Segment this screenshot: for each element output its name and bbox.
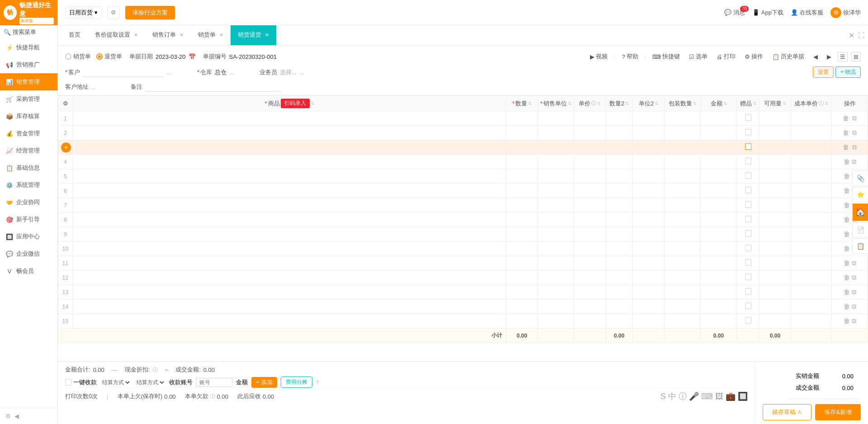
list-view-icon[interactable]: ☰ [838,52,848,62]
pkgqty-cell[interactable] [665,140,701,155]
prev-record-btn[interactable]: ◀ [811,52,821,62]
product-cell-active[interactable] [73,140,506,155]
sidebar-item-guide[interactable]: 🎯 新手引导 [0,211,57,228]
copy-row-btn[interactable]: ⧉ [852,114,857,122]
tab-close-icon[interactable]: ✕ [179,32,184,38]
search-menu[interactable]: 🔍 搜索菜单 [0,25,57,39]
unit2-cell[interactable] [633,140,665,155]
unit-cell[interactable] [538,111,574,126]
sidebar-item-sales[interactable]: 📊 销售管理 [0,73,57,91]
gift-checkbox[interactable] [745,245,751,251]
close-tab-icon[interactable]: ✕ [849,31,854,40]
video-btn[interactable]: ▶ 视频 [587,51,610,62]
qty2-cell[interactable] [606,140,633,155]
copy-row-btn[interactable]: ⧉ [852,129,857,136]
delete-row-btn[interactable]: 🗑 [844,230,850,238]
gift-cell[interactable] [737,111,760,126]
qty-cell[interactable] [506,140,538,155]
sidebar-item-enterprise[interactable]: 🤝 企业协同 [0,194,57,211]
delete-row-btn[interactable]: 🗑 [844,259,850,267]
calendar-icon[interactable]: 📅 [189,53,196,60]
sidebar-item-wechat[interactable]: 💬 企业微信 [0,245,57,262]
amount-cell[interactable] [701,126,737,140]
save-new-button[interactable]: 保存&新增 [815,404,861,420]
customer-dots[interactable]: ... [167,69,172,76]
copy-row-btn[interactable]: ⧉ [852,158,856,165]
delete-row-btn[interactable]: 🗑 [844,187,850,194]
tab-price-setting[interactable]: 售价提取设置 ✕ [88,25,145,45]
qty2-cell[interactable] [606,111,633,126]
copy-row-btn[interactable]: ⧉ [852,259,856,267]
add-row-button[interactable]: + [61,143,71,152]
sidebar-item-finance[interactable]: 💰 资金管理 [0,125,57,142]
float-btn-5[interactable]: 📋 [852,238,868,254]
costprice-cell[interactable] [791,140,832,155]
account-select[interactable]: 结算方式 [135,379,165,386]
gift-checkbox[interactable] [745,201,751,208]
gift-checkbox[interactable] [745,303,751,309]
price-cell[interactable] [574,111,606,126]
delete-row-btn[interactable]: 🗑 [844,274,850,281]
gift-checkbox[interactable] [745,187,751,193]
radio-sales[interactable]: 销货单 [65,52,91,61]
copy-row-btn[interactable]: ⧉ [852,303,856,310]
account-input[interactable] [196,378,232,387]
fee-split-button[interactable]: 费用分摊 [281,376,312,388]
float-btn-2[interactable]: ⭐ [852,187,868,202]
header-settings-btn[interactable]: ⚙ [107,6,120,19]
gift-cell[interactable] [737,126,760,140]
unit-cell[interactable] [538,140,574,155]
settings-button[interactable]: 设置 [813,67,834,78]
sidebar-item-purchase[interactable]: 🛒 采购管理 [0,91,57,108]
tab-close-icon[interactable]: ✕ [265,32,269,38]
sidebar-item-apps[interactable]: 🔲 应用中心 [0,228,57,245]
tab-home[interactable]: 首页 [61,25,88,45]
product-cell[interactable] [73,126,506,140]
costprice-cell[interactable] [791,126,832,140]
remark-input[interactable] [145,82,281,91]
copy-row-btn[interactable]: ⧉ [852,317,856,324]
pkgqty-cell[interactable] [665,111,701,126]
pkgqty-cell[interactable] [665,126,701,140]
delete-row-btn[interactable]: 🗑 [844,172,850,180]
address-dots[interactable]: ... [91,84,96,91]
tab-close-icon[interactable]: ✕ [134,32,138,38]
copy-row-btn[interactable]: ⧉ [852,143,857,151]
select-btn[interactable]: ☑ 选单 [686,51,710,62]
pay-checkbox[interactable] [65,379,71,386]
float-btn-3[interactable]: 🏠 [852,203,868,221]
delete-row-btn[interactable]: 🗑 [843,114,849,122]
copy-row-btn[interactable]: ⧉ [852,274,856,281]
gift-checkbox[interactable] [745,317,751,324]
restore-tab-icon[interactable]: ⛶ [858,32,864,39]
unit2-cell[interactable] [633,126,665,140]
avail-cell[interactable] [760,140,791,155]
gift-checkbox[interactable] [745,230,751,237]
gift-checkbox[interactable] [745,274,751,280]
delete-row-btn[interactable]: 🗑 [844,245,850,252]
float-btn-4[interactable]: 📄 [852,222,868,238]
scan-button[interactable]: 扫码录入 [281,99,310,108]
gift-checkbox[interactable] [745,172,751,179]
calc-method-select[interactable]: 结算方式 [100,379,131,386]
logistics-button[interactable]: + 物流 [835,67,861,78]
user-profile-btn[interactable]: 徐 徐泽华 [830,7,861,18]
gift-checkbox[interactable] [745,216,751,222]
sidebar-item-inventory[interactable]: 📦 库存核算 [0,108,57,125]
gift-checkbox[interactable] [745,259,751,266]
history-btn[interactable]: 📋 历史单据 [769,51,807,62]
delete-row-btn[interactable]: 🗑 [844,288,850,295]
avail-cell[interactable] [760,126,791,140]
delete-row-btn[interactable]: 🗑 [843,143,849,151]
delete-row-btn[interactable]: 🗑 [844,317,850,324]
sidebar-item-marketing[interactable]: 📢 营销推广 [0,56,57,73]
online-service-btn[interactable]: 👤 在线客服 [791,9,823,17]
grid-view-icon[interactable]: ⊞ [851,52,861,62]
unit2-cell[interactable] [633,111,665,126]
add-payment-button[interactable]: + 添加 [251,377,277,388]
gift-checkbox[interactable] [745,114,751,121]
tab-sales-return[interactable]: 销货退货 ✕ [231,25,276,45]
copy-row-btn[interactable]: ⧉ [852,288,856,295]
sidebar-item-operation[interactable]: 📈 经营管理 [0,142,57,159]
sidebar-collapse-icon[interactable]: ◀ [14,413,19,419]
